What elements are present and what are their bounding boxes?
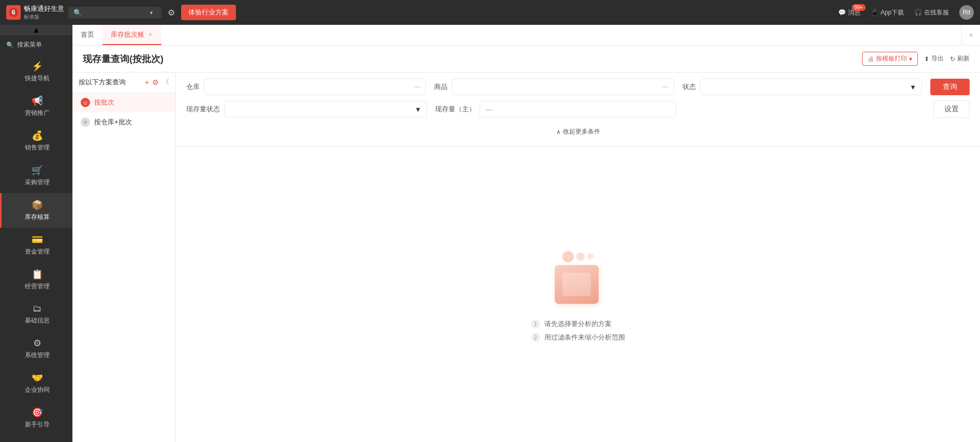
refresh-button[interactable]: ↻ 刷新 <box>950 54 970 63</box>
inventory-status-dropdown-icon: ▼ <box>414 106 421 113</box>
inventory-icon: 📦 <box>32 199 43 211</box>
sidebar-item-basic[interactable]: 🗂 基础信息 <box>0 297 72 331</box>
svg-point-5 <box>84 121 87 124</box>
page-content: 现存量查询(按批次) 🖨 按模板打印 ▾ ⬆ 导出 ↻ 刷新 <box>72 46 980 442</box>
messages-action[interactable]: 💬 消息 99+ <box>838 8 860 17</box>
product-input[interactable]: ··· <box>452 79 674 95</box>
collapse-more-button[interactable]: ∧ 收起更多条件 <box>186 123 970 140</box>
warehouse-label: 仓库 <box>186 82 200 92</box>
sidebar-item-inventory[interactable]: 📦 库存核算 <box>0 193 72 228</box>
tab-home[interactable]: 首页 <box>72 25 102 45</box>
sidebar-item-enterprise-collab[interactable]: 🤝 企业协同 <box>0 366 72 401</box>
dropdown-arrow-icon[interactable]: ▾ <box>150 10 153 16</box>
sidebar-item-marketing[interactable]: 📢 营销推广 <box>0 89 72 124</box>
header-left: 6 畅康通好生意 标准版 🔍 ▾ ⚙ 体验行业方案 <box>6 4 236 21</box>
tip-1-num: 1 <box>531 319 540 329</box>
header-search-box[interactable]: 🔍 ▾ <box>68 7 161 19</box>
plan-icon-active: ⊙ <box>81 98 90 107</box>
marketing-icon: 📢 <box>32 95 43 107</box>
sidebar-search-item[interactable]: 🔍 搜索菜单 <box>0 35 72 54</box>
search-icon: 🔍 <box>73 9 82 17</box>
export-icon: ⬆ <box>924 55 929 63</box>
export-button[interactable]: ⬆ 导出 <box>924 54 944 63</box>
left-panel-header: 按以下方案查询 + ⚙ 《 <box>72 72 175 93</box>
right-content: 仓库 ··· 商品 ··· <box>176 72 980 442</box>
sidebar-item-finance[interactable]: 💳 资金管理 <box>0 228 72 262</box>
svg-text:6: 6 <box>12 9 16 16</box>
plan-label-by-batch: 按批次 <box>94 98 114 107</box>
sidebar-item-new-guide[interactable]: 🎯 新手引导 <box>0 401 72 435</box>
sidebar-item-operations[interactable]: 📋 经营管理 <box>0 262 72 297</box>
plan-icon-inactive <box>81 117 90 127</box>
system-icon: ⚙ <box>33 337 41 349</box>
print-label: 按模板打印 <box>876 54 907 63</box>
tab-bar-close-button[interactable]: × <box>961 25 980 45</box>
settings-icon[interactable]: ⚙ <box>166 6 177 20</box>
sidebar-item-label: 基础信息 <box>25 316 50 325</box>
plan-label-by-warehouse-batch: 按仓库+批次 <box>94 117 132 127</box>
left-panel: 按以下方案查询 + ⚙ 《 ⊙ <box>72 72 176 442</box>
inventory-qty-range[interactable]: — <box>480 101 676 117</box>
filter-area: 仓库 ··· 商品 ··· <box>176 72 980 147</box>
sidebar-item-sales[interactable]: 💰 销售管理 <box>0 124 72 158</box>
logo-icon: 6 <box>6 5 21 20</box>
app-download-action[interactable]: 📱 App下载 <box>871 8 904 17</box>
settings-button[interactable]: 设置 <box>933 100 970 118</box>
collapse-label: 收起更多条件 <box>563 127 600 136</box>
filter-row-2: 现存量状态 ▼ 现存量（主） — <box>186 100 970 118</box>
purchase-icon: 🛒 <box>32 165 43 176</box>
new-guide-icon: 🎯 <box>32 407 43 418</box>
operations-icon: 📋 <box>32 269 43 280</box>
query-button[interactable]: 查询 <box>930 79 970 95</box>
empty-illustration <box>547 247 609 309</box>
plan-item-by-warehouse-batch[interactable]: 按仓库+批次 <box>72 112 175 132</box>
inventory-status-label: 现存量状态 <box>186 105 220 114</box>
range-dash: — <box>485 106 492 113</box>
sidebar-item-app-center[interactable]: 🔲 应用中心 <box>0 435 72 442</box>
print-dropdown-icon[interactable]: ▾ <box>909 55 912 63</box>
sidebar-item-label: 采购管理 <box>25 178 50 187</box>
search-input[interactable] <box>85 9 147 16</box>
online-service-label: 在线客服 <box>924 8 949 17</box>
collapse-icon: ∧ <box>556 128 561 136</box>
plan-settings-icon[interactable]: ⚙ <box>152 78 159 86</box>
sidebar-item-label: 库存核算 <box>25 213 50 222</box>
top-header: 6 畅康通好生意 标准版 🔍 ▾ ⚙ 体验行业方案 💬 消息 99+ 📱 App… <box>0 0 980 25</box>
warehouse-input[interactable]: ··· <box>204 79 426 95</box>
tab-inventory-batch[interactable]: 库存批次账 × <box>102 25 161 45</box>
tip-2-text: 用过滤条件来缩小分析范围 <box>544 333 625 342</box>
refresh-label: 刷新 <box>957 54 970 63</box>
sidebar-item-label: 企业协同 <box>25 386 50 394</box>
print-button[interactable]: 🖨 按模板打印 ▾ <box>862 52 918 66</box>
tip-1-text: 请先选择要分析的方案 <box>544 319 612 329</box>
search-menu-icon: 🔍 <box>6 41 14 49</box>
headset-icon: 🎧 <box>914 9 922 16</box>
app-download-label: App下载 <box>881 8 904 17</box>
user-menu[interactable]: Rit <box>959 5 974 20</box>
sidebar: ▲ 🔍 搜索菜单 ⚡ 快捷导航 📢 营销推广 💰 销售管理 🛒 采购管理 📦 库… <box>0 25 72 442</box>
add-plan-icon[interactable]: + <box>145 78 149 86</box>
print-icon: 🖨 <box>868 55 874 63</box>
refresh-icon: ↻ <box>950 55 955 63</box>
online-service-action[interactable]: 🎧 在线客服 <box>914 8 949 17</box>
status-select[interactable]: ▼ <box>700 79 922 95</box>
export-label: 导出 <box>931 54 944 63</box>
inventory-status-select[interactable]: ▼ <box>224 101 427 117</box>
close-all-icon: × <box>969 31 973 39</box>
filter-row-1: 仓库 ··· 商品 ··· <box>186 79 970 95</box>
tab-bar: 首页 库存批次账 × × <box>72 25 980 46</box>
sidebar-item-system[interactable]: ⚙ 系统管理 <box>0 331 72 366</box>
status-label: 状态 <box>682 82 696 92</box>
experience-button[interactable]: 体验行业方案 <box>181 5 236 20</box>
collapse-panel-icon[interactable]: 《 <box>162 78 169 87</box>
logo-text: 畅康通好生意 标准版 <box>24 4 64 21</box>
plan-item-by-batch[interactable]: ⊙ 按批次 <box>72 93 175 112</box>
inventory-qty-filter-field: 现存量（主） — <box>435 101 676 117</box>
message-icon: 💬 <box>838 9 846 16</box>
sidebar-scroll-up[interactable]: ▲ <box>0 25 72 35</box>
sidebar-item-quick-nav[interactable]: ⚡ 快捷导航 <box>0 54 72 89</box>
sidebar-item-purchase[interactable]: 🛒 采购管理 <box>0 158 72 193</box>
logo-area: 6 畅康通好生意 标准版 <box>6 4 64 21</box>
tab-close-icon[interactable]: × <box>147 30 153 39</box>
page-header: 现存量查询(按批次) 🖨 按模板打印 ▾ ⬆ 导出 ↻ 刷新 <box>72 46 980 72</box>
